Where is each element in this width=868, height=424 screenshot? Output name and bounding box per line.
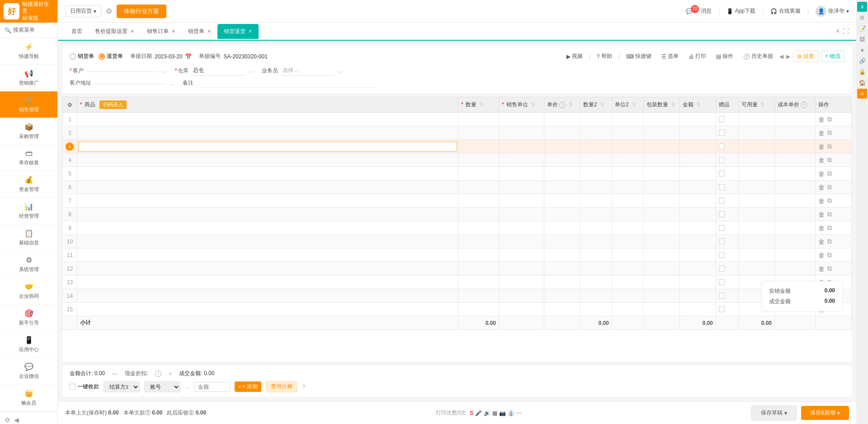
trial-button[interactable]: 体验行业方案 [117,5,166,18]
delete-icon-9[interactable]: 🗑 [818,224,825,232]
gift-checkbox-15[interactable] [719,306,725,312]
history-btn[interactable]: 🕐 历史单据 [740,51,777,62]
tab-sales-return-close[interactable]: ✕ [248,29,252,34]
address-picker[interactable]: ... [169,80,174,86]
right-panel-home-icon[interactable]: 🏠 [857,78,867,88]
delete-icon-10[interactable]: 🗑 [818,238,825,245]
tab-home[interactable]: 首页 [65,24,89,39]
copy-icon-8[interactable]: ⧉ [827,210,832,218]
copy-icon-3[interactable]: ⧉ [827,143,832,150]
sidebar-item-member[interactable]: 👑 畅会员 [0,385,57,411]
shortcut-btn[interactable]: ⌨ 快捷键 [623,51,655,62]
operate-btn[interactable]: ▤ 操作 [712,51,737,62]
tab-sales-order[interactable]: 销售订单 ✕ [141,24,182,39]
gift-checkbox-11[interactable] [719,252,725,258]
account-select[interactable]: 账号 [144,381,180,392]
delete-icon-11[interactable]: 🗑 [818,252,825,259]
sidebar-item-system[interactable]: ⚙ 系统管理 [0,251,57,278]
tab-price-setting-close[interactable]: ✕ [130,29,134,34]
delete-icon-8[interactable]: 🗑 [818,211,825,218]
sidebar-item-basic[interactable]: 📋 基础信息 [0,224,57,251]
video-btn[interactable]: ▶ 视频 [563,51,586,62]
gift-checkbox-8[interactable] [719,211,725,217]
next-icon[interactable]: ▶ [786,53,790,60]
copy-icon-7[interactable]: ⧉ [827,197,832,205]
sidebar-item-enterprise[interactable]: 🤝 企业协同 [0,278,57,305]
gift-checkbox-3[interactable] [719,143,725,149]
tab-sales-delivery[interactable]: 销货单 ✕ [182,24,217,39]
col-gear[interactable]: ⚙ [63,97,77,113]
right-panel-star-icon[interactable]: ★ [857,45,867,55]
delete-icon-3[interactable]: 🗑 [818,143,825,150]
delete-icon-7[interactable]: 🗑 [818,197,825,205]
warehouse-picker[interactable]: ... [248,67,253,74]
help-btn[interactable]: ? 帮助 [593,51,616,62]
radio-return[interactable]: 退货单 [99,52,123,60]
discount-info-icon[interactable]: i [155,371,161,377]
unit-price-info-icon[interactable]: i [559,102,566,108]
scan-button[interactable]: 扫码录入 [99,100,127,109]
gift-checkbox-13[interactable] [719,279,725,285]
message-item[interactable]: 💬 70 消息 [686,7,712,15]
right-panel-lock-icon[interactable]: 🔒 [857,67,867,77]
close-all-icon[interactable]: ✕ [835,28,840,34]
copy-icon-2[interactable]: ⧉ [827,129,832,137]
add-row-button[interactable]: + [66,143,74,151]
right-panel-orange-icon[interactable]: ≡ [857,89,867,99]
sidebar-item-inventory[interactable]: 🗃 库存核算 [0,145,57,171]
tab-sales-delivery-close[interactable]: ✕ [207,29,211,34]
delete-icon-12[interactable]: 🗑 [818,265,825,272]
sidebar-settings-icon[interactable]: ⚙ [5,416,10,424]
gift-checkbox-4[interactable] [719,157,725,163]
quantity-sort-icon[interactable]: ⇅ [479,101,484,108]
add-payment-button[interactable]: + + 添加 [235,381,261,392]
copy-icon-11[interactable]: ⧉ [827,251,832,259]
gift-checkbox-5[interactable] [719,171,725,176]
copy-icon-9[interactable]: ⧉ [827,224,832,232]
online-service-item[interactable]: 🎧 在线客服 [770,7,801,15]
right-panel-note-icon[interactable]: 📝 [857,24,867,33]
sidebar-item-wechat[interactable]: 💬 企业微信 [0,358,57,385]
prev-icon[interactable]: ◀ [779,53,783,60]
right-panel-list-icon[interactable]: ≡ [857,2,867,12]
delete-icon-4[interactable]: 🗑 [818,157,825,164]
sidebar-item-operations[interactable]: 📊 经营管理 [0,198,57,224]
gift-checkbox-14[interactable] [719,293,725,299]
package-qty-sort-icon[interactable]: ⇅ [671,101,675,108]
right-panel-link-icon[interactable]: 🔗 [857,56,867,66]
calendar-icon[interactable]: 📅 [185,53,192,60]
customer-picker[interactable]: ... [161,67,166,74]
gift-checkbox-9[interactable] [719,225,725,231]
delete-icon-2[interactable]: 🗑 [818,129,825,137]
sidebar-item-guide[interactable]: 🎯 新手引导 [0,305,57,331]
gift-checkbox-10[interactable] [719,238,725,244]
available-sort-icon[interactable]: ⇅ [760,101,765,108]
topbar-gear-icon[interactable]: ⚙ [106,7,112,15]
search-menu[interactable]: 🔍 搜索菜单 [0,23,57,38]
product-input-3[interactable] [78,142,457,152]
tab-sales-order-close[interactable]: ✕ [171,29,175,34]
settings-btn[interactable]: ⚙ 设置 [793,51,818,62]
logistics-btn[interactable]: + 物流 [821,51,844,62]
quantity2-sort-icon[interactable]: ⇅ [600,101,604,108]
copy-icon-10[interactable]: ⧉ [827,238,832,245]
sidebar-collapse-icon[interactable]: ◀ [14,416,19,424]
delete-icon-1[interactable]: 🗑 [818,116,825,123]
select-btn[interactable]: ☰ 选单 [658,51,682,62]
app-download-item[interactable]: 📱 App下载 [726,7,755,15]
category-select[interactable]: 日用百货 ▾ [65,5,101,17]
unit-price-sort-icon[interactable]: ⇅ [569,101,573,108]
fee-info-icon[interactable]: ? [302,384,305,390]
right-panel-grid-icon[interactable]: ⊞ [857,13,867,23]
one-key-pay-checkbox[interactable]: 一键收款 [70,383,99,391]
sidebar-item-apps[interactable]: 📱 应用中心 [0,331,57,358]
tab-price-setting[interactable]: 售价提取设置 ✕ [89,24,141,39]
save-new-button[interactable]: 保存&新增 ▾ [801,406,849,420]
copy-icon-6[interactable]: ⧉ [827,183,832,191]
fee-split-button[interactable]: 费用分摊 [266,381,297,392]
copy-icon-5[interactable]: ⧉ [827,170,832,177]
copy-icon-4[interactable]: ⧉ [827,156,832,164]
copy-icon-12[interactable]: ⧉ [827,265,832,272]
settlement-select[interactable]: 结算方式 [104,381,140,392]
gift-checkbox-12[interactable] [719,266,725,272]
